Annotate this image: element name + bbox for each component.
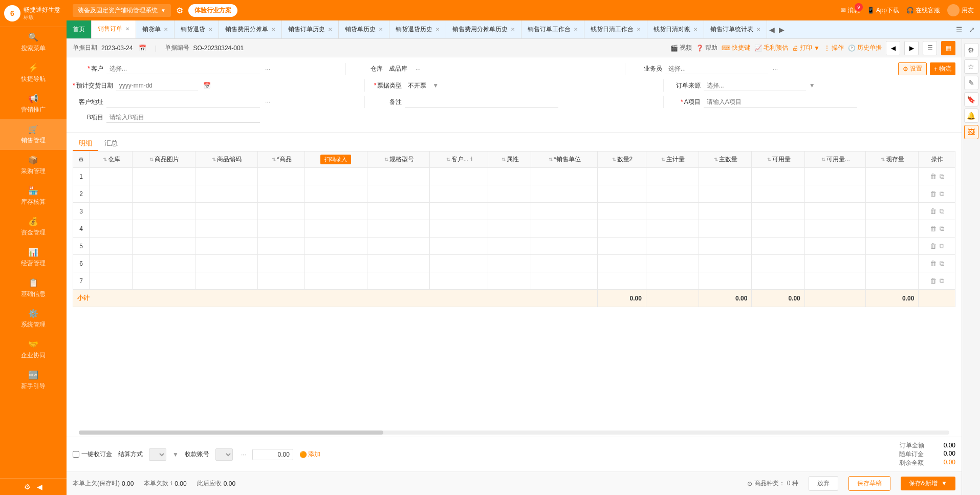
tab-daily-workbench[interactable]: 钱货日清工作台 ✕ [584,20,647,39]
tab-expense-history[interactable]: 销售费用分摊单历史 ✕ [446,20,521,39]
table-cell[interactable] [195,168,257,185]
tab-close-order-workbench[interactable]: ✕ [574,27,578,32]
table-cell[interactable] [367,220,430,238]
table-cell[interactable] [258,238,305,255]
online-service-btn[interactable]: 🎧 在线客服 [906,6,940,15]
b-project-input[interactable] [106,112,260,123]
note-input[interactable] [405,97,558,107]
add-payment-btn[interactable]: 🟠 添加 [299,450,320,459]
table-cell[interactable] [531,238,598,255]
payment-select[interactable] [149,448,166,461]
table-cell[interactable] [304,220,367,238]
sidebar-item-inventory[interactable]: 🏪 库存核算 [0,181,67,211]
table-cell[interactable] [866,185,919,203]
table-cell[interactable] [866,168,919,185]
sort-icon2[interactable]: ⇅ [149,157,154,162]
sidebar-item-quicknav[interactable]: ⚡ 快捷导航 [0,58,67,89]
delete-row-btn[interactable]: 🗑 [930,207,937,216]
table-cell[interactable] [531,272,598,290]
tab-order-history[interactable]: 销售订单历史 ✕ [282,20,339,39]
table-cell[interactable] [699,168,752,185]
table-cell[interactable] [133,220,195,238]
table-cell[interactable] [367,255,430,272]
sidebar-item-guide[interactable]: 🆕 新手引导 [0,365,67,396]
sidebar-item-base[interactable]: 📋 基础信息 [0,273,67,304]
scroll-thumb[interactable] [79,431,383,435]
table-cell[interactable] [367,203,430,220]
settings-bottom-icon[interactable]: ⚙ [24,483,31,491]
table-cell[interactable] [866,238,919,255]
table-cell[interactable] [133,168,195,185]
salesperson-input[interactable] [665,63,768,74]
delete-row-btn[interactable]: 🗑 [930,260,937,268]
table-cell[interactable] [804,168,865,185]
table-cell[interactable] [367,238,430,255]
discard-btn[interactable]: 放弃 [809,476,838,491]
table-cell[interactable] [597,255,646,272]
operation-btn[interactable]: ⋮ 操作 [824,44,844,52]
table-cell[interactable] [646,185,699,203]
table-cell[interactable] [866,220,919,238]
amount-input[interactable] [252,449,293,460]
table-cell[interactable] [646,238,699,255]
copy-row-btn[interactable]: ⧉ [940,190,944,198]
right-star-icon[interactable]: ☆ [964,59,978,74]
table-cell[interactable] [597,185,646,203]
right-alert-icon[interactable]: 🔔 [964,109,978,123]
table-cell[interactable] [646,255,699,272]
tab-close-expense-split[interactable]: ✕ [271,27,275,32]
notice-badge[interactable]: ✉ 9 消息 [841,6,860,15]
table-cell[interactable] [304,255,367,272]
table-cell[interactable] [866,272,919,290]
th-gear[interactable]: ⚙ [73,152,90,168]
table-cell[interactable] [430,168,488,185]
delete-row-btn[interactable]: 🗑 [930,242,937,250]
table-cell[interactable] [258,220,305,238]
table-cell[interactable] [488,272,531,290]
table-cell[interactable] [699,203,752,220]
scan-btn[interactable]: 扫码录入 [320,155,351,164]
table-cell[interactable] [752,238,804,255]
tab-list-btn[interactable]: ☰ [953,25,966,35]
tab-close-return-history[interactable]: ✕ [435,27,440,32]
table-cell[interactable] [752,185,804,203]
table-cell[interactable] [195,220,257,238]
table-cell[interactable] [304,238,367,255]
delete-row-btn[interactable]: 🗑 [930,190,937,198]
save-new-dropdown[interactable]: ▼ [941,480,947,487]
table-cell[interactable] [597,168,646,185]
table-cell[interactable] [258,255,305,272]
table-cell[interactable] [646,220,699,238]
form-view-btn[interactable]: ▦ [941,41,955,55]
tab-prev[interactable]: ◀ [767,26,777,34]
tab-order-stats[interactable]: 销售订单统计表 ✕ [704,20,767,39]
sort-icon[interactable]: ⇅ [103,157,107,162]
table-cell[interactable] [90,220,133,238]
sidebar-item-operations[interactable]: 📊 经营管理 [0,242,67,273]
table-cell[interactable] [752,255,804,272]
table-cell[interactable] [699,220,752,238]
table-cell[interactable] [699,185,752,203]
sidebar-item-cooperation[interactable]: 🤝 企业协同 [0,334,67,365]
settings-btn[interactable]: ⚙设置 [898,62,927,75]
table-cell[interactable] [488,185,531,203]
table-cell[interactable] [367,185,430,203]
table-cell[interactable] [488,203,531,220]
table-cell[interactable] [430,272,488,290]
table-cell[interactable] [752,168,804,185]
table-cell[interactable] [133,238,195,255]
table-cell[interactable] [90,168,133,185]
one-click-label[interactable]: 一键收订金 [73,450,112,459]
table-cell[interactable] [597,272,646,290]
table-cell[interactable] [597,220,646,238]
payment-dropdown[interactable]: ▼ [172,451,179,458]
table-cell[interactable] [646,203,699,220]
tab-close-daily-reconcile[interactable]: ✕ [693,27,698,32]
table-cell[interactable] [866,203,919,220]
table-cell[interactable] [304,203,367,220]
table-cell[interactable] [367,272,430,290]
table-cell[interactable] [866,255,919,272]
tab-sales-return[interactable]: 销货退货 ✕ [175,20,219,39]
copy-row-btn[interactable]: ⧉ [940,225,944,233]
table-cell[interactable] [488,220,531,238]
